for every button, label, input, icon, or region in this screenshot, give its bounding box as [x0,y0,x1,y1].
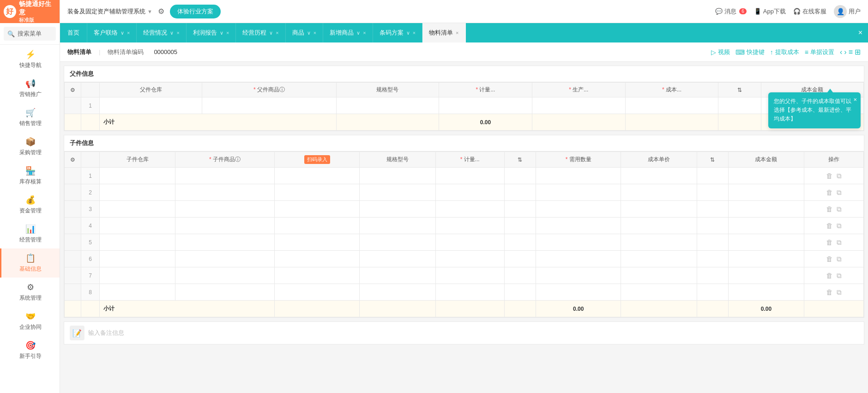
copy-icon[interactable]: ⧉ [837,255,842,263]
chevron-down-icon: ∨ [356,30,360,36]
child-col-qty: 需用数量 [536,152,621,168]
delete-icon[interactable]: 🗑 [826,288,833,296]
menu-icon[interactable]: ≡ [849,48,853,56]
parent-row-cost[interactable] [625,97,718,114]
system-selector[interactable]: 装备及固定资产辅助管理系统 ▼ [67,7,152,16]
sidebar-item-enterprise[interactable]: 🤝 企业协同 [0,307,60,336]
parent-row-warehouse[interactable] [100,97,202,114]
tab-operation[interactable]: 经营情况 ∨ × [137,23,186,42]
tab-close-icon[interactable]: × [456,30,458,36]
tab-profit[interactable]: 利润报告 ∨ × [187,23,236,42]
delete-icon[interactable]: 🗑 [826,222,833,230]
logo-icon: 好 [4,5,16,18]
tab-close-icon[interactable]: × [276,30,278,36]
enterprise-icon: 🤝 [25,311,36,321]
parent-col-goods: 父件商品ⓘ [202,83,337,97]
tab-add-goods[interactable]: 新增商品 ∨ × [323,23,373,42]
tab-close-icon[interactable]: × [313,30,316,36]
child-row1-warehouse[interactable] [100,168,175,184]
search-menu-button[interactable]: 🔍 搜索菜单 [4,27,56,41]
sidebar-item-operation[interactable]: 📊 经营管理 [0,219,60,248]
trial-button[interactable]: 体验行业方案 [170,5,221,18]
parent-row-spec[interactable] [336,97,439,114]
parent-table: ⚙ 父件仓库 父件商品ⓘ 规格型号 计量... 生产... 成本... ⇅ 成本… [64,82,864,131]
sidebar-item-system[interactable]: ⚙ 系统管理 [0,278,60,307]
remark-section: 📝 输入备注信息 [64,321,864,345]
single-settings-action[interactable]: ≡ 单据设置 [805,48,834,56]
extract-cost-action[interactable]: ↑ 提取成本 [770,48,799,56]
parent-row-num: 1 [81,97,100,114]
tooltip-close-button[interactable]: × [853,95,857,105]
delete-icon[interactable]: 🗑 [826,272,833,279]
purchase-icon: 📦 [25,137,36,147]
user-menu[interactable]: 👤 用户 [834,5,861,18]
sidebar-search[interactable]: 🔍 搜索菜单 [0,23,60,45]
message-button[interactable]: 💬 消息 6 [715,7,747,16]
sidebar-item-finance[interactable]: 💰 资金管理 [0,190,60,219]
chevron-down-icon: ∨ [269,30,273,36]
headset-icon: 🎧 [793,8,801,15]
logo-text: 畅捷通好生意 标准版 [19,0,56,24]
child-row1-spec[interactable] [360,168,435,184]
delete-icon[interactable]: 🗑 [826,188,833,196]
parent-row-produce[interactable] [532,97,625,114]
child-col-settings[interactable]: ⚙ [65,152,81,168]
sidebar-item-sales[interactable]: 🛒 销售管理 [0,103,60,132]
tab-close-icon[interactable]: × [413,30,416,36]
delete-icon[interactable]: 🗑 [826,205,833,213]
basic-info-icon: 📋 [25,253,36,263]
child-table: ⚙ 子件仓库 子件商品ⓘ 扫码录入 规格型号 计量... ⇅ 需用数量 成本单价… [64,151,864,317]
expand-icon[interactable]: ⊞ [855,48,861,56]
sidebar-item-guide[interactable]: 🎯 新手引导 [0,336,60,365]
copy-icon[interactable]: ⧉ [837,205,842,213]
page-actions: ▷ 视频 ⌨ 快捷键 ↑ 提取成本 ≡ 单据设置 ‹ › [711,48,861,56]
tab-bom[interactable]: 物料清单 × [422,23,465,42]
sidebar-item-quick-nav[interactable]: ⚡ 快捷导航 [0,45,60,74]
close-all-tabs-button[interactable]: × [853,29,868,37]
shortcut-action[interactable]: ⌨ 快捷键 [735,48,765,56]
copy-icon[interactable]: ⧉ [837,288,842,296]
delete-icon[interactable]: 🗑 [826,172,833,180]
remark-hint[interactable]: 输入备注信息 [88,329,124,337]
child-row1-unit-price[interactable] [621,168,697,184]
delete-icon[interactable]: 🗑 [826,255,833,263]
child-row1-unit[interactable] [435,168,504,184]
tab-barcode[interactable]: 条码方案 ∨ × [373,23,422,42]
copy-icon[interactable]: ⧉ [837,222,842,230]
copy-icon[interactable]: ⧉ [837,238,842,247]
copy-icon[interactable]: ⧉ [837,172,842,180]
table-row: 6 🗑⧉ [65,251,864,267]
sidebar-item-purchase[interactable]: 📦 采购管理 [0,132,60,161]
copy-icon[interactable]: ⧉ [837,188,842,197]
parent-row-unit[interactable] [439,97,532,114]
prev-page-icon[interactable]: ‹ [840,48,842,56]
view-action[interactable]: ▷ 视频 [711,48,730,56]
tab-close-icon[interactable]: × [363,30,366,36]
tab-close-icon[interactable]: × [127,30,130,36]
online-service-button[interactable]: 🎧 在线客服 [793,7,826,16]
parent-col-settings[interactable]: ⚙ [65,83,81,97]
parent-row-goods[interactable] [202,97,337,114]
sidebar-item-marketing[interactable]: 📢 营销推广 [0,74,60,103]
message-icon: 💬 [715,8,723,15]
tab-customer[interactable]: 客户联络 ∨ × [87,23,137,42]
child-row1-goods[interactable] [175,168,275,184]
tab-close-icon[interactable]: × [226,30,229,36]
tab-history[interactable]: 经营历程 ∨ × [236,23,285,42]
child-row1-qty[interactable] [536,168,621,184]
tab-home[interactable]: 首页 [60,23,87,42]
tooltip-text: 您的父件、子件的成本取值可以选择【参考成本、最新进价、平均成本】 [774,98,851,122]
settings-icon: ≡ [805,48,808,56]
delete-icon[interactable]: 🗑 [826,238,833,246]
search-icon: 🔍 [7,30,15,37]
copy-icon[interactable]: ⧉ [837,272,842,280]
settings-icon[interactable]: ⚙ [158,7,164,16]
tab-close-icon[interactable]: × [176,30,179,36]
sidebar-item-basic-info[interactable]: 📋 基础信息 [0,248,60,278]
tab-goods[interactable]: 商品 ∨ × [286,23,323,42]
child-col-scan: 扫码录入 [275,152,360,168]
quick-nav-icon: ⚡ [25,49,36,60]
app-download-button[interactable]: 📱 App下载 [754,7,786,16]
sidebar-item-inventory[interactable]: 🏪 库存核算 [0,161,60,190]
next-page-icon[interactable]: › [844,48,846,56]
